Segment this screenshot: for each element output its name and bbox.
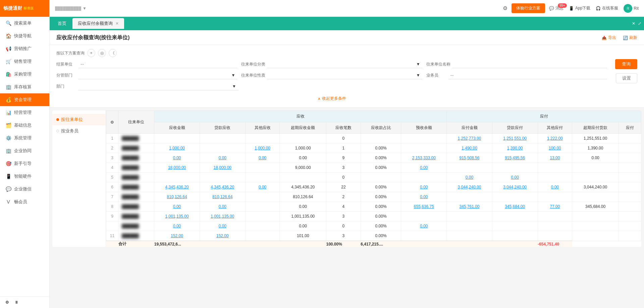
ap-amount[interactable] — [447, 212, 492, 221]
message-button[interactable]: 💬 消息 99+ — [549, 5, 564, 11]
ar-other[interactable] — [245, 212, 280, 221]
ar-advance[interactable] — [401, 212, 447, 221]
ap-loan[interactable] — [492, 221, 538, 231]
ap-amount[interactable] — [447, 221, 492, 231]
ar-advance[interactable] — [401, 231, 447, 241]
sidebar-item-quick[interactable]: 🏠快捷导航 — [0, 30, 49, 42]
collapse-more-button[interactable]: ∧ 收起更多条件 — [56, 94, 607, 103]
query-button[interactable]: 查询 — [615, 59, 637, 69]
sidebar-item-marketing[interactable]: 📢营销推广 — [0, 42, 49, 55]
ap-amount[interactable]: 3,044,240.00 — [447, 182, 492, 192]
ar-amount[interactable]: 18,000.00 — [154, 163, 200, 173]
tab-arbalance[interactable]: 应收应付余额查询 ✕ — [72, 18, 124, 29]
table-settings-icon[interactable]: ⚙ — [110, 120, 114, 125]
sidebar-item-hardware[interactable]: 📱智能硬件 — [0, 170, 49, 183]
salesman-input[interactable]: ··· — [448, 72, 607, 79]
sidebar-item-sales[interactable]: 🛒销售管理 — [0, 55, 49, 68]
sidebar-item-member[interactable]: V畅会员 — [0, 195, 49, 208]
ap-loan[interactable] — [492, 192, 538, 202]
ar-amount[interactable]: 0.00 — [154, 202, 200, 212]
ar-loan[interactable]: 18,000.00 — [200, 163, 245, 173]
ar-advance[interactable]: 2,153,333.00 — [401, 153, 447, 163]
sidebar-item-system[interactable]: ⚙️系统管理 — [0, 132, 49, 144]
tab-home[interactable]: 首页 — [52, 18, 72, 29]
sidebar-item-search[interactable]: 🔍搜索菜单 — [0, 17, 49, 30]
service-button[interactable]: 🎧 在线客服 — [596, 5, 618, 11]
ar-amount[interactable] — [154, 173, 200, 182]
refresh-button[interactable]: 🔄 刷新 — [623, 35, 637, 41]
ar-other[interactable] — [245, 221, 280, 231]
sidebar-item-operation[interactable]: 📊经营管理 — [0, 106, 49, 119]
ar-loan[interactable]: 0.00 — [200, 153, 245, 163]
ap-amount[interactable]: 915,508.56 — [447, 153, 492, 163]
ap-amount[interactable]: 0.00 — [447, 173, 492, 182]
sidebar-item-corp[interactable]: 🏢企业协同 — [0, 144, 49, 157]
ar-advance[interactable]: 0.00 — [401, 192, 447, 202]
footer-ar-advance[interactable]: 6,417,215.... — [361, 241, 401, 247]
left-panel-item-by_salesman[interactable]: 按业务员 — [52, 125, 106, 137]
ap-loan[interactable] — [492, 231, 538, 241]
ap-other[interactable] — [538, 221, 572, 231]
ap-other[interactable]: 0.00 — [538, 182, 572, 192]
th-settings[interactable]: ⚙ — [106, 111, 118, 134]
ap-loan[interactable]: 1,390.00 — [492, 143, 538, 153]
dept-manager-select[interactable]: ▼ — [78, 72, 237, 79]
ar-other[interactable]: 0.00 — [245, 153, 280, 163]
ap-amount[interactable] — [447, 163, 492, 173]
ar-advance[interactable] — [401, 134, 447, 143]
promo-button[interactable]: 体验行业方案 — [512, 3, 545, 13]
ap-amount[interactable] — [447, 192, 492, 202]
tabbar-close-icon[interactable]: ✕ — [632, 21, 635, 26]
ar-loan[interactable] — [200, 134, 245, 143]
app-download-button[interactable]: 📱 App下载 — [569, 5, 590, 11]
sidebar-item-newbie[interactable]: 🎯新手引导 — [0, 157, 49, 170]
filter-collapse-button[interactable]: 《 — [109, 49, 117, 57]
partner-nature-select[interactable]: ▼ — [267, 72, 422, 79]
settings-icon[interactable]: ⚙ — [5, 300, 9, 305]
ar-advance[interactable]: 0.00 — [401, 221, 447, 231]
sidebar-item-finance[interactable]: 💰资金管理 — [0, 93, 49, 106]
ar-amount[interactable]: 1,001,135.00 — [154, 212, 200, 221]
breadcrumb-dropdown[interactable]: ▼ — [83, 6, 87, 11]
gear-icon[interactable]: ⚙ — [503, 5, 507, 11]
ap-other[interactable]: 13.00 — [538, 153, 572, 163]
ap-other[interactable] — [538, 212, 572, 221]
ar-other[interactable] — [245, 192, 280, 202]
ar-other[interactable] — [245, 173, 280, 182]
ar-loan[interactable]: 0.00 — [200, 202, 245, 212]
ap-other[interactable]: 77.00 — [538, 202, 572, 212]
tab-close-icon[interactable]: ✕ — [115, 21, 119, 26]
ar-other[interactable] — [245, 202, 280, 212]
ar-advance[interactable]: 0.00 — [401, 182, 447, 192]
ar-amount[interactable]: 0.00 — [154, 221, 200, 231]
ap-other[interactable] — [538, 163, 572, 173]
setting-button[interactable]: 设置 — [616, 73, 637, 83]
ap-other[interactable] — [538, 192, 572, 202]
ap-amount[interactable]: 1,490.00 — [447, 143, 492, 153]
ar-amount[interactable] — [154, 134, 200, 143]
ar-amount[interactable]: 152.00 — [154, 231, 200, 241]
filter-target-button[interactable]: ◎ — [98, 49, 106, 57]
sidebar-item-wechat[interactable]: 💬企业微信 — [0, 183, 49, 195]
partner-name-input[interactable] — [452, 60, 607, 68]
ar-advance[interactable] — [401, 173, 447, 182]
ap-loan[interactable]: 345,684.00 — [492, 202, 538, 212]
ar-loan[interactable]: 4,345,436.20 — [200, 182, 245, 192]
dept-select[interactable]: ▼ — [78, 83, 238, 90]
ar-other[interactable] — [245, 134, 280, 143]
ap-loan[interactable]: 3,044,240.00 — [492, 182, 538, 192]
sidebar-item-purchase[interactable]: 🛍️采购管理 — [0, 68, 49, 81]
ap-loan[interactable]: 1,251,551.00 — [492, 134, 538, 143]
user-info[interactable]: R Rit — [624, 4, 639, 13]
ap-loan[interactable]: 915,495.56 — [492, 153, 538, 163]
ap-other[interactable] — [538, 231, 572, 241]
ar-other[interactable] — [245, 231, 280, 241]
settlement-unit-input[interactable]: ··· — [78, 60, 237, 68]
ap-loan[interactable] — [492, 212, 538, 221]
collapse-icon[interactable]: ⏸ — [14, 300, 18, 305]
ap-loan[interactable]: 0.00 — [492, 173, 538, 182]
ar-loan[interactable] — [200, 173, 245, 182]
ap-other[interactable]: 100.00 — [538, 143, 572, 153]
ar-loan[interactable]: 152.00 — [200, 231, 245, 241]
ar-loan[interactable]: 1,001,135.00 — [200, 212, 245, 221]
